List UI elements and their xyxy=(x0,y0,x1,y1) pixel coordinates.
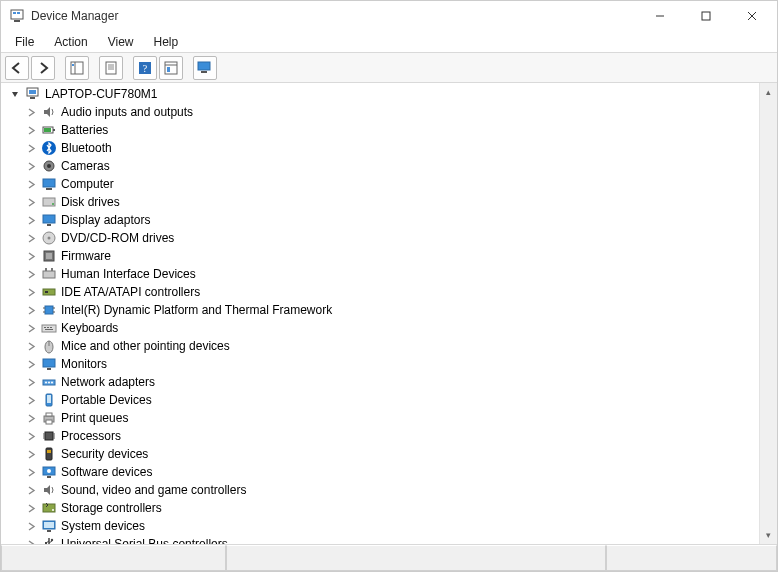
tree-root-row[interactable]: LAPTOP-CUF780M1 xyxy=(1,85,759,103)
svg-point-62 xyxy=(48,382,50,384)
maximize-button[interactable] xyxy=(683,1,729,31)
tree-category-row[interactable]: Sound, video and game controllers xyxy=(1,481,759,499)
close-button[interactable] xyxy=(729,1,775,31)
chevron-right-icon[interactable] xyxy=(25,214,37,226)
chevron-right-icon[interactable] xyxy=(25,430,37,442)
chevron-right-icon[interactable] xyxy=(25,322,37,334)
chevron-right-icon[interactable] xyxy=(25,520,37,532)
device-tree[interactable]: LAPTOP-CUF780M1 Audio inputs and outputs… xyxy=(1,83,759,544)
chevron-right-icon[interactable] xyxy=(25,178,37,190)
tree-category-row[interactable]: Bluetooth xyxy=(1,139,759,157)
tree-category-row[interactable]: Mice and other pointing devices xyxy=(1,337,759,355)
svg-point-63 xyxy=(51,382,53,384)
network-icon xyxy=(41,374,57,390)
chevron-right-icon[interactable] xyxy=(25,340,37,352)
scroll-up-arrow[interactable]: ▴ xyxy=(760,83,777,101)
tree-category-row[interactable]: Software devices xyxy=(1,463,759,481)
tree-category-row[interactable]: Universal Serial Bus controllers xyxy=(1,535,759,544)
chevron-right-icon[interactable] xyxy=(25,160,37,172)
svg-rect-40 xyxy=(46,253,52,259)
action-button[interactable] xyxy=(159,56,183,80)
tree-category-row[interactable]: Security devices xyxy=(1,445,759,463)
chevron-right-icon[interactable] xyxy=(25,106,37,118)
tree-category-row[interactable]: DVD/CD-ROM drives xyxy=(1,229,759,247)
tree-category-row[interactable]: Computer xyxy=(1,175,759,193)
tree-category-row[interactable]: Human Interface Devices xyxy=(1,265,759,283)
tree-category-label: Firmware xyxy=(61,249,111,263)
chevron-right-icon[interactable] xyxy=(25,466,37,478)
svg-rect-42 xyxy=(45,268,47,271)
tree-category-row[interactable]: Processors xyxy=(1,427,759,445)
tree-category-row[interactable]: Keyboards xyxy=(1,319,759,337)
scroll-down-arrow[interactable]: ▾ xyxy=(760,526,777,544)
svg-rect-67 xyxy=(46,413,52,416)
help-button[interactable]: ? xyxy=(133,56,157,80)
svg-rect-21 xyxy=(201,71,207,73)
tree-category-row[interactable]: Portable Devices xyxy=(1,391,759,409)
chevron-right-icon[interactable] xyxy=(25,142,37,154)
svg-rect-65 xyxy=(47,395,51,403)
chevron-right-icon[interactable] xyxy=(25,394,37,406)
chevron-right-icon[interactable] xyxy=(25,376,37,388)
chevron-right-icon[interactable] xyxy=(25,484,37,496)
chevron-right-icon[interactable] xyxy=(25,358,37,370)
tree-category-label: Intel(R) Dynamic Platform and Thermal Fr… xyxy=(61,303,332,317)
svg-rect-36 xyxy=(47,224,51,226)
chevron-down-icon[interactable] xyxy=(9,88,21,100)
chevron-right-icon[interactable] xyxy=(25,286,37,298)
tree-category-row[interactable]: Cameras xyxy=(1,157,759,175)
chevron-right-icon[interactable] xyxy=(25,502,37,514)
tree-category-label: Processors xyxy=(61,429,121,443)
back-button[interactable] xyxy=(5,56,29,80)
vertical-scrollbar[interactable]: ▴ ▾ xyxy=(759,83,777,544)
tree-category-label: Computer xyxy=(61,177,114,191)
toolbar: ? xyxy=(1,53,777,83)
optical-icon xyxy=(41,230,57,246)
svg-rect-53 xyxy=(47,327,49,328)
svg-rect-20 xyxy=(198,62,210,70)
properties-button[interactable] xyxy=(99,56,123,80)
app-icon xyxy=(9,8,25,24)
menu-help[interactable]: Help xyxy=(144,33,189,51)
tree-category-row[interactable]: System devices xyxy=(1,517,759,535)
tree-category-row[interactable]: Monitors xyxy=(1,355,759,373)
menu-action[interactable]: Action xyxy=(44,33,97,51)
tree-category-row[interactable]: Disk drives xyxy=(1,193,759,211)
menu-file[interactable]: File xyxy=(5,33,44,51)
svg-rect-51 xyxy=(42,325,56,332)
tree-category-row[interactable]: Audio inputs and outputs xyxy=(1,103,759,121)
tree-category-label: Human Interface Devices xyxy=(61,267,196,281)
svg-point-82 xyxy=(52,509,54,511)
tree-category-row[interactable]: Print queues xyxy=(1,409,759,427)
chevron-right-icon[interactable] xyxy=(25,232,37,244)
status-cell-2 xyxy=(226,545,606,571)
computer-icon xyxy=(41,176,57,192)
tree-category-label: DVD/CD-ROM drives xyxy=(61,231,174,245)
status-cell-1 xyxy=(1,545,226,571)
minimize-button[interactable] xyxy=(637,1,683,31)
tree-category-row[interactable]: Display adaptors xyxy=(1,211,759,229)
chevron-right-icon[interactable] xyxy=(25,448,37,460)
tree-category-row[interactable]: IDE ATA/ATAPI controllers xyxy=(1,283,759,301)
chevron-right-icon[interactable] xyxy=(25,304,37,316)
tree-category-row[interactable]: Firmware xyxy=(1,247,759,265)
remote-monitor-button[interactable] xyxy=(193,56,217,80)
tree-category-row[interactable]: Batteries xyxy=(1,121,759,139)
chevron-right-icon[interactable] xyxy=(25,412,37,424)
svg-rect-11 xyxy=(106,62,116,74)
svg-rect-41 xyxy=(43,271,55,278)
show-hide-tree-button[interactable] xyxy=(65,56,89,80)
forward-button[interactable] xyxy=(31,56,55,80)
tree-category-label: System devices xyxy=(61,519,145,533)
chevron-right-icon[interactable] xyxy=(25,268,37,280)
chevron-right-icon[interactable] xyxy=(25,196,37,208)
chevron-right-icon[interactable] xyxy=(25,124,37,136)
svg-point-34 xyxy=(52,203,54,205)
chevron-right-icon[interactable] xyxy=(25,250,37,262)
menu-view[interactable]: View xyxy=(98,33,144,51)
tree-category-row[interactable]: Intel(R) Dynamic Platform and Thermal Fr… xyxy=(1,301,759,319)
chevron-right-icon[interactable] xyxy=(25,538,37,544)
tree-category-row[interactable]: Storage controllers xyxy=(1,499,759,517)
window-controls xyxy=(637,1,775,31)
tree-category-row[interactable]: Network adapters xyxy=(1,373,759,391)
